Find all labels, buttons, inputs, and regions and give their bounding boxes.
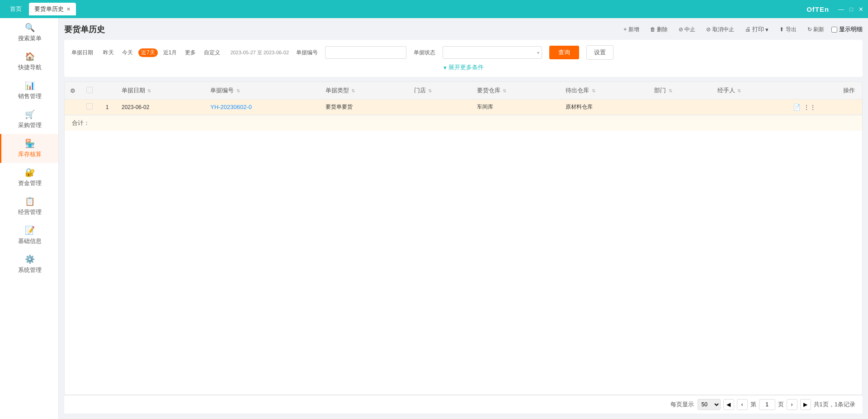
tab-requisition-label: 要货单历史 [34, 5, 64, 13]
new-button[interactable]: + 新增 [620, 24, 642, 35]
doc-number-input[interactable] [325, 46, 406, 59]
sidebar-item-sales[interactable]: 📊 销售管理 [0, 76, 58, 105]
sort-handler-icon: ⇅ [737, 88, 741, 93]
sys-icon: ⚙️ [25, 254, 35, 264]
th-date[interactable]: 单据日期 ⇅ [116, 82, 205, 100]
date-filter-label: 单据日期 [71, 49, 93, 57]
pagination-bar: 每页显示 50 20 100 ◀ ‹ 第 页 › ▶ 共1页，1条记录 [64, 395, 863, 414]
date-today-btn[interactable]: 今天 [119, 48, 136, 57]
more-icon[interactable]: ⋮⋮ [803, 104, 816, 111]
th-doc-type[interactable]: 单据类型 ⇅ [320, 82, 409, 100]
sidebar-item-label-sys: 系统管理 [18, 266, 42, 274]
display-detail-toggle[interactable]: 显示明细 [831, 25, 863, 33]
sort-pending-wh-icon: ⇅ [592, 88, 595, 93]
th-department[interactable]: 部门 ⇅ [649, 82, 712, 100]
minimize-icon[interactable]: — [838, 6, 844, 13]
page-suffix: 页 [778, 400, 784, 409]
query-button[interactable]: 查询 [549, 46, 579, 59]
doc-no-link[interactable]: YH-20230602-0 [210, 104, 252, 110]
sidebar-item-quick-nav[interactable]: 🏠 快捷导航 [0, 47, 58, 76]
top-bar-right: OfTEn — □ ✕ [807, 5, 863, 13]
page-header: 要货单历史 + 新增 🗑 删除 ⊘ 中止 ⊘ 取消中止 🖨 打印 ▾ ⬆ 导出 … [64, 24, 863, 35]
status-label: 单据状态 [414, 49, 435, 57]
basic-info-icon: 📝 [25, 225, 35, 235]
fund-icon: 🔐 [25, 167, 35, 177]
status-select[interactable] [443, 46, 542, 59]
sidebar-item-sys[interactable]: ⚙️ 系统管理 [0, 250, 58, 279]
main-layout: 🔍 搜索菜单 🏠 快捷导航 📊 销售管理 🛒 采购管理 🏪 库存核算 🔐 资金管… [0, 18, 868, 419]
row-checkbox[interactable] [86, 103, 93, 110]
refresh-button[interactable]: ↻ 刷新 [804, 24, 828, 35]
print-button[interactable]: 🖨 打印 ▾ [741, 24, 773, 35]
th-store[interactable]: 门店 ⇅ [409, 82, 472, 100]
view-icon[interactable]: 📄 [793, 104, 801, 111]
table-footer: 合计： [65, 115, 862, 131]
table-header-row: ⚙ 单据日期 ⇅ 单据编号 ⇅ [65, 82, 862, 100]
content-area: 要货单历史 + 新增 🗑 删除 ⊘ 中止 ⊘ 取消中止 🖨 打印 ▾ ⬆ 导出 … [59, 18, 868, 419]
app-logo: OfTEn [807, 5, 829, 13]
settings-icon: ⚙ [70, 87, 75, 94]
filter-bar: 单据日期 昨天 今天 近7天 近1月 更多 自定义 2023-05-27 至 2… [64, 40, 863, 77]
td-date: 2023-06-02 [116, 100, 205, 115]
per-page-label: 每页显示 [670, 400, 694, 409]
display-detail-checkbox[interactable] [831, 27, 837, 33]
date-custom-btn[interactable]: 自定义 [201, 48, 223, 57]
page-input[interactable] [759, 399, 775, 410]
close-tab-icon[interactable]: ✕ [66, 6, 71, 12]
select-all-checkbox[interactable] [86, 87, 93, 93]
td-pending-warehouse: 原材料仓库 [560, 100, 649, 115]
sort-doc-type-icon: ⇅ [351, 88, 355, 93]
sidebar-item-inventory[interactable]: 🏪 库存核算 [0, 134, 58, 163]
stop-button[interactable]: ⊘ 中止 [675, 24, 699, 35]
tab-home[interactable]: 首页 [5, 3, 27, 15]
th-ops: 操作 [788, 82, 862, 100]
date-more-btn[interactable]: 更多 [182, 48, 198, 57]
th-pending-warehouse[interactable]: 待出仓库 ⇅ [560, 82, 649, 100]
export-button[interactable]: ⬆ 导出 [776, 24, 800, 35]
date-yesterday-btn[interactable]: 昨天 [100, 48, 117, 57]
td-doc-no: YH-20230602-0 [205, 100, 320, 115]
next-page-btn[interactable]: › [787, 399, 797, 410]
th-handler[interactable]: 经手人 ⇅ [712, 82, 788, 100]
maximize-icon[interactable]: □ [849, 6, 853, 13]
prev-page-btn[interactable]: ‹ [737, 399, 748, 410]
date-range-display: 2023-05-27 至 2023-06-02 [230, 49, 289, 56]
setting-button[interactable]: 设置 [586, 45, 613, 60]
td-doc-type: 要货单要货 [320, 100, 409, 115]
sort-date-icon: ⇅ [147, 88, 151, 93]
cancel-stop-button[interactable]: ⊘ 取消中止 [703, 24, 737, 35]
sort-doc-no-icon: ⇅ [236, 88, 240, 93]
doc-number-label: 单据编号 [296, 49, 318, 57]
sidebar-item-ops[interactable]: 📋 经营管理 [0, 192, 58, 221]
page-label: 第 [750, 400, 756, 409]
sidebar-item-fund[interactable]: 🔐 资金管理 [0, 163, 58, 192]
sidebar-item-label-search: 搜索菜单 [18, 34, 42, 43]
sidebar-item-label-basic: 基础信息 [18, 237, 42, 245]
sidebar-item-label-ops: 经营管理 [18, 208, 42, 216]
date-last7days-btn[interactable]: 近7天 [138, 48, 158, 57]
expand-more-btn[interactable]: ▾ 展开更多条件 [71, 63, 855, 71]
sidebar: 🔍 搜索菜单 🏠 快捷导航 📊 销售管理 🛒 采购管理 🏪 库存核算 🔐 资金管… [0, 18, 59, 419]
th-settings[interactable]: ⚙ [65, 82, 81, 100]
print-arrow-icon: ▾ [765, 26, 769, 33]
window-close-icon[interactable]: ✕ [859, 6, 863, 13]
search-menu-icon: 🔍 [25, 23, 35, 33]
td-checkbox [81, 100, 98, 115]
th-doc-no[interactable]: 单据编号 ⇅ [205, 82, 320, 100]
per-page-select[interactable]: 50 20 100 [698, 399, 721, 410]
sidebar-item-label-sales: 销售管理 [18, 92, 42, 100]
delete-button[interactable]: 🗑 删除 [646, 24, 671, 35]
sidebar-item-purchase[interactable]: 🛒 采购管理 [0, 105, 58, 134]
sidebar-item-basic-info[interactable]: 📝 基础信息 [0, 221, 58, 250]
tab-requisition-history[interactable]: 要货单历史 ✕ [29, 3, 76, 15]
td-store [409, 100, 472, 115]
ops-icon: 📋 [25, 196, 35, 206]
last-page-btn[interactable]: ▶ [800, 399, 811, 410]
total-info: 共1页，1条记录 [814, 400, 855, 409]
td-department [649, 100, 712, 115]
date-last1month-btn[interactable]: 近1月 [160, 48, 180, 57]
th-req-warehouse[interactable]: 要货仓库 ⇅ [472, 82, 560, 100]
first-page-btn[interactable]: ◀ [723, 399, 734, 410]
th-num [98, 82, 116, 100]
sidebar-item-search-menu[interactable]: 🔍 搜索菜单 [0, 18, 58, 47]
